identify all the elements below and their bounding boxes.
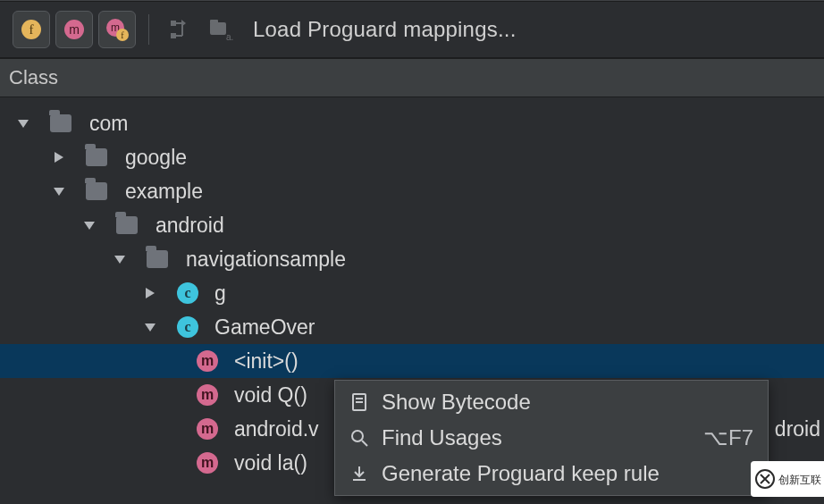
folder-icon [50, 114, 71, 132]
svg-text:f: f [29, 22, 34, 37]
tree-label: com [89, 112, 128, 136]
tree-node-package[interactable]: com [0, 106, 824, 140]
mapping-tree-button[interactable] [162, 12, 198, 47]
menu-label: Show Bytecode [382, 390, 753, 415]
svg-text:a.b: a.b [226, 32, 233, 42]
search-icon [349, 429, 369, 447]
download-icon [349, 465, 369, 483]
toolbar-separator [148, 14, 149, 45]
watermark-logo: 创新互联 [751, 461, 824, 497]
filter-methods-fields-button[interactable]: m f [98, 11, 136, 48]
folder-icon [86, 182, 107, 200]
svg-rect-8 [171, 21, 176, 26]
bytecode-icon [349, 393, 369, 411]
tree-label: example [125, 180, 203, 204]
menu-item-generate-keep-rule[interactable]: Generate Proguard keep rule [335, 456, 768, 491]
tree-node-package[interactable]: google [0, 140, 824, 174]
expand-toggle[interactable] [113, 252, 127, 266]
expand-toggle[interactable] [82, 218, 97, 232]
tree-label: android.v [234, 417, 319, 441]
tree-label: void Q() [234, 383, 307, 407]
tree-label: g [214, 281, 226, 306]
folder-icon [147, 250, 168, 268]
menu-item-find-usages[interactable]: Find Usages ⌥F7 [335, 420, 768, 456]
tree-node-class[interactable]: c GameOver [0, 310, 824, 344]
svg-text:创新互联: 创新互联 [778, 474, 821, 486]
tree-label: void la() [234, 451, 307, 475]
tree-label: GameOver [214, 315, 315, 340]
folder-icon [86, 148, 107, 166]
method-icon: m [197, 452, 218, 474]
tree-node-package[interactable]: example [0, 174, 824, 208]
method-icon: m [197, 350, 218, 372]
tree-icon [168, 18, 191, 41]
load-mappings-label[interactable]: Load Proguard mappings... [253, 17, 517, 42]
menu-shortcut: ⌥F7 [703, 425, 753, 450]
menu-label: Find Usages [382, 425, 691, 450]
tree-label: navigationsample [186, 248, 346, 272]
menu-item-show-bytecode[interactable]: Show Bytecode [335, 384, 768, 420]
tree-node-class[interactable]: c g [0, 276, 824, 310]
tree-node-package[interactable]: android [0, 208, 824, 242]
class-icon: c [177, 282, 198, 304]
mapping-file-button[interactable]: a.b [203, 12, 239, 47]
expand-toggle[interactable] [52, 184, 66, 198]
tree-node-method[interactable]: m <init>() [0, 344, 824, 378]
folder-ab-icon: a.b [208, 17, 233, 42]
svg-rect-14 [356, 398, 363, 399]
svg-line-17 [362, 441, 367, 446]
method-icon: m [63, 19, 85, 40]
tree-label-tail: droid [775, 417, 820, 441]
filter-fields-button[interactable]: f [13, 11, 50, 48]
tree-node-package[interactable]: navigationsample [0, 242, 824, 276]
svg-rect-9 [171, 33, 176, 38]
svg-point-16 [352, 431, 363, 441]
svg-rect-10 [210, 22, 226, 35]
tree-label: android [156, 214, 224, 238]
expand-toggle[interactable] [143, 320, 157, 334]
tree-label: <init>() [234, 349, 298, 374]
filter-methods-button[interactable]: m [55, 11, 93, 48]
svg-rect-11 [210, 20, 218, 24]
context-menu: Show Bytecode Find Usages ⌥F7 Generate P… [334, 380, 769, 496]
expand-toggle[interactable] [143, 286, 157, 300]
svg-text:m: m [69, 22, 80, 37]
class-icon: c [177, 316, 198, 338]
tree-label: google [125, 146, 187, 170]
method-field-icon: m f [105, 18, 129, 41]
field-icon: f [21, 19, 42, 40]
method-icon: m [197, 384, 218, 406]
expand-toggle[interactable] [16, 116, 30, 130]
column-header-class: Class [0, 59, 824, 97]
method-icon: m [197, 418, 218, 440]
folder-icon [116, 216, 138, 234]
svg-rect-15 [356, 401, 363, 403]
expand-toggle[interactable] [52, 150, 66, 164]
toolbar: f m m f a.b Load Proguard mappings.. [0, 2, 824, 59]
menu-label: Generate Proguard keep rule [382, 461, 753, 486]
